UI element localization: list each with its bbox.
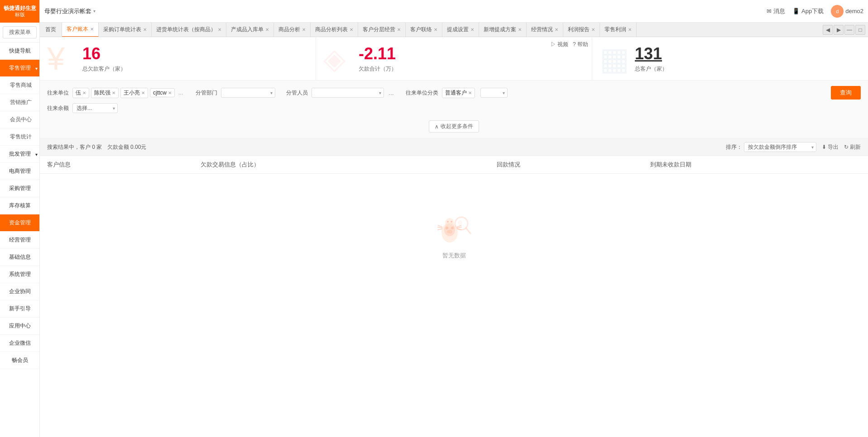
unit-type-tag-close[interactable]: ✕ <box>468 90 472 95</box>
collapse-button[interactable]: ∧ 收起更多条件 <box>429 120 479 133</box>
tab-close-customer-segment[interactable]: ✕ <box>397 27 401 32</box>
svg-point-4 <box>447 230 452 233</box>
tab-close-purchase-order-stats[interactable]: ✕ <box>143 27 147 32</box>
tab-close-product-analysis-list[interactable]: ✕ <box>350 27 353 32</box>
tab-customer-segment[interactable]: 客户分层经营 ✕ <box>358 23 406 37</box>
credit-customers-value: 16 <box>82 44 305 63</box>
tab-customer-balance[interactable]: 客户账本 ✕ <box>62 23 99 37</box>
tab-label: 经营情况 <box>531 26 553 33</box>
sidebar-item-inventory[interactable]: 库存核算 <box>0 197 39 214</box>
unit-filter-label: 往来单位 <box>47 89 69 97</box>
tab-close-biz-situation[interactable]: ✕ <box>555 27 558 32</box>
tab-close-product-analysis[interactable]: ✕ <box>302 27 306 32</box>
tab-profit-report[interactable]: 利润报告 ✕ <box>563 23 600 37</box>
account-name: 母婴行业演示帐套 <box>44 7 91 15</box>
unit-tag-wu-close[interactable]: ✕ <box>82 90 86 95</box>
sidebar-item-app-center[interactable]: 应用中心 <box>0 318 39 335</box>
unit-tag-wang-text: 王小亮 <box>124 89 140 97</box>
main-area: 母婴行业演示帐套 ▾ ✉ 消息 📱 App下载 d demo2 首页 客户账本 … <box>40 0 868 437</box>
empty-text: 暂无数据 <box>442 252 466 260</box>
tab-close-tip-settings[interactable]: ✕ <box>470 27 474 32</box>
unit-type-tag-text: 普通客户 <box>445 89 467 97</box>
tab-label: 新增提成方案 <box>484 26 516 33</box>
tab-close-new-tip-plan[interactable]: ✕ <box>518 27 522 32</box>
message-button[interactable]: ✉ 消息 <box>767 7 785 15</box>
tab-biz-situation[interactable]: 经营情况 ✕ <box>527 23 563 37</box>
sidebar-item-marketing[interactable]: 营销推广 <box>0 94 39 111</box>
refresh-button[interactable]: ↻ 刷新 <box>844 143 861 151</box>
account-selector[interactable]: 母婴行业演示帐套 ▾ <box>44 7 96 15</box>
tab-new-tip-plan[interactable]: 新增提成方案 ✕ <box>479 23 527 37</box>
user-menu[interactable]: d demo2 <box>831 5 863 18</box>
tab-close-customer-contact[interactable]: ✕ <box>434 27 437 32</box>
tab-prev-button[interactable]: ◀ <box>823 25 833 35</box>
svg-point-13 <box>451 221 452 223</box>
tab-close-retail-profit[interactable]: ✕ <box>628 27 632 32</box>
unit-tags-more[interactable]: ... <box>177 89 185 97</box>
sidebar-item-retail-mgmt[interactable]: 零售管理 <box>0 60 39 77</box>
unit-type-dropdown[interactable] <box>480 88 508 98</box>
sidebar-item-wholesale-mgmt[interactable]: 批发管理 <box>0 146 39 163</box>
tab-product-analysis[interactable]: 商品分析 ✕ <box>274 23 311 37</box>
tab-close-inbound-stats[interactable]: ✕ <box>218 27 221 32</box>
unit-tag-chen-close[interactable]: ✕ <box>112 90 115 95</box>
dept-filter-select[interactable] <box>221 88 275 98</box>
remainder-filter-select[interactable]: 选择... <box>72 103 118 113</box>
sidebar-item-retail-stats[interactable]: 零售统计 <box>0 128 39 146</box>
credit-amount: 0.00元 <box>130 144 146 150</box>
credit-customers-label: 总欠款客户（家） <box>82 65 305 73</box>
tab-next-button[interactable]: ▶ <box>834 25 844 35</box>
credit-label: 欠款金额 <box>107 144 129 150</box>
sidebar-item-new-guide[interactable]: 新手引导 <box>0 300 39 318</box>
sidebar-item-ecom-mgmt[interactable]: 电商管理 <box>0 163 39 180</box>
question-icon: ? <box>573 41 576 48</box>
search-menu-button[interactable]: 搜索菜单 <box>3 26 37 38</box>
tab-label: 提成设置 <box>447 26 469 33</box>
sidebar-search-area: 搜索菜单 <box>0 23 39 43</box>
sidebar-item-biz-mgmt[interactable]: 经营管理 <box>0 232 39 249</box>
sidebar-item-finance-mgmt[interactable]: 资金管理 <box>0 214 39 232</box>
filter-area: 往来单位 伍 ✕ 陈民强 ✕ 王小亮 ✕ cjttcw <box>40 81 868 138</box>
unit-tag-chen: 陈民强 ✕ <box>91 88 119 98</box>
sidebar-item-basic-info[interactable]: 基础信息 <box>0 249 39 266</box>
tab-inbound-stats[interactable]: 进货单统计表（按商品） ✕ <box>152 23 226 37</box>
help-link[interactable]: ? 帮助 <box>573 41 588 48</box>
video-link[interactable]: ▷ 视频 <box>551 41 568 48</box>
chevron-up-icon: ∧ <box>435 124 439 130</box>
tab-label: 进货单统计表（按商品） <box>156 26 216 33</box>
person-filter-more[interactable]: ... <box>388 89 395 96</box>
topbar: 母婴行业演示帐套 ▾ ✉ 消息 📱 App下载 d demo2 <box>40 0 868 23</box>
sidebar-item-sys-mgmt[interactable]: 系统管理 <box>0 266 39 283</box>
sidebar-item-purchase-mgmt[interactable]: 采购管理 <box>0 180 39 197</box>
svg-point-11 <box>445 218 454 227</box>
tab-home[interactable]: 首页 <box>40 23 62 37</box>
tab-close-profit-report[interactable]: ✕ <box>591 27 595 32</box>
sidebar-item-pro-member[interactable]: 畅会员 <box>0 352 39 369</box>
col-overdue-date: 到期未收款日期 <box>643 156 868 174</box>
query-button[interactable]: 查询 <box>831 86 861 100</box>
tab-close-customer-balance[interactable]: ✕ <box>90 27 94 32</box>
export-button[interactable]: ⬇ 导出 <box>822 143 839 151</box>
sidebar-item-retail-mall[interactable]: 零售商城 <box>0 77 39 94</box>
unit-tag-cjttcw-close[interactable]: ✕ <box>168 90 172 95</box>
tab-purchase-order-stats[interactable]: 采购订单统计表 ✕ <box>99 23 152 37</box>
sidebar-item-member-center[interactable]: 会员中心 <box>0 111 39 128</box>
tab-customer-contact[interactable]: 客户联络 ✕ <box>406 23 442 37</box>
play-icon: ▷ <box>551 41 556 48</box>
tab-production-inbound[interactable]: 产成品入库单 ✕ <box>226 23 274 37</box>
result-prefix: 搜索结果中，客户 <box>47 144 91 150</box>
sidebar-item-enterprise-coop[interactable]: 企业协同 <box>0 283 39 300</box>
tab-tip-settings[interactable]: 提成设置 ✕ <box>442 23 479 37</box>
refresh-icon: ↻ <box>844 144 849 150</box>
tab-close-production-inbound[interactable]: ✕ <box>265 27 269 32</box>
window-minimize-button[interactable]: — <box>844 25 854 35</box>
app-download-button[interactable]: 📱 App下载 <box>792 7 824 15</box>
sidebar-item-enterprise-wechat[interactable]: 企业微信 <box>0 335 39 352</box>
unit-tag-wang-close[interactable]: ✕ <box>141 90 145 95</box>
tab-retail-profit[interactable]: 零售利润 ✕ <box>600 23 637 37</box>
person-filter-select[interactable] <box>312 88 384 98</box>
tab-product-analysis-list[interactable]: 商品分析列表 ✕ <box>311 23 358 37</box>
window-maximize-button[interactable]: □ <box>855 25 865 35</box>
sort-option-select[interactable]: 按欠款金额倒序排序 按欠款金额正序排序 <box>744 142 816 152</box>
sidebar-item-quick-nav[interactable]: 快捷导航 <box>0 43 39 60</box>
